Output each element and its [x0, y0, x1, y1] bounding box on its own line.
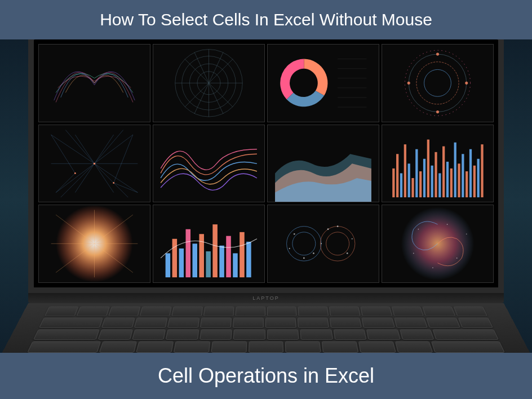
svg-rect-50 [481, 144, 483, 197]
svg-point-88 [456, 258, 458, 259]
svg-rect-36 [427, 139, 429, 197]
laptop-illustration: LAPTOP [28, 34, 504, 360]
svg-rect-35 [423, 158, 425, 197]
svg-rect-45 [462, 154, 464, 197]
svg-point-75 [320, 227, 355, 261]
svg-rect-46 [466, 171, 468, 197]
svg-rect-29 [400, 173, 402, 197]
svg-point-17 [416, 62, 459, 104]
laptop-screen [28, 34, 504, 293]
svg-rect-49 [477, 158, 480, 197]
svg-point-90 [413, 253, 414, 254]
subtitle-text: Cell Operations in Excel [158, 364, 374, 387]
svg-point-84 [352, 238, 353, 240]
panel-scatter-radial [267, 205, 379, 283]
svg-rect-62 [179, 249, 184, 277]
svg-rect-37 [431, 165, 433, 197]
laptop-hinge: LAPTOP [28, 293, 504, 303]
subtitle-banner: Cell Operations in Excel [0, 353, 532, 399]
svg-point-74 [292, 232, 316, 255]
svg-rect-72 [246, 242, 251, 277]
svg-rect-70 [233, 254, 238, 278]
svg-rect-60 [166, 254, 171, 278]
svg-point-20 [436, 53, 439, 56]
panel-bar-chart [153, 205, 265, 283]
svg-rect-33 [415, 149, 418, 197]
svg-point-16 [409, 54, 466, 112]
panel-donut-chart [267, 44, 379, 122]
svg-rect-27 [392, 169, 394, 197]
svg-point-79 [327, 229, 329, 230]
panel-starburst [38, 205, 150, 283]
svg-rect-38 [435, 152, 437, 197]
svg-rect-63 [185, 229, 190, 277]
svg-rect-69 [226, 236, 231, 277]
brand-label: LAPTOP [252, 295, 279, 301]
panel-network-mesh [38, 125, 150, 203]
svg-point-87 [418, 229, 419, 230]
svg-rect-34 [419, 171, 422, 197]
svg-point-80 [347, 252, 348, 254]
svg-point-22 [436, 110, 439, 113]
svg-rect-30 [404, 144, 406, 197]
svg-point-91 [466, 234, 467, 235]
svg-rect-71 [240, 232, 245, 277]
svg-rect-41 [446, 162, 449, 197]
panel-radial-web [153, 44, 265, 122]
title-banner: How To Select Cells In Excel Without Mou… [0, 0, 532, 39]
svg-point-21 [465, 82, 468, 85]
svg-point-19 [405, 50, 470, 116]
svg-point-78 [313, 252, 314, 254]
svg-point-85 [321, 243, 322, 245]
svg-point-82 [337, 226, 339, 228]
panel-volume-bars [382, 125, 494, 203]
svg-point-89 [447, 224, 448, 225]
svg-rect-61 [172, 239, 178, 277]
svg-rect-64 [192, 244, 197, 278]
panel-circular-gauge [382, 44, 494, 122]
svg-rect-67 [212, 224, 218, 277]
svg-point-18 [424, 69, 451, 96]
svg-point-26 [113, 182, 114, 184]
svg-point-81 [303, 258, 305, 259]
panel-wave-lines [153, 125, 265, 203]
title-text: How To Select Cells In Excel Without Mou… [100, 10, 432, 29]
svg-point-25 [74, 172, 76, 174]
svg-rect-28 [396, 154, 398, 197]
svg-rect-42 [450, 169, 453, 197]
svg-rect-68 [219, 246, 224, 277]
svg-rect-32 [411, 178, 414, 197]
svg-rect-47 [469, 149, 472, 197]
svg-rect-39 [438, 173, 441, 197]
panel-fractal-wings [38, 44, 150, 122]
svg-point-23 [407, 82, 410, 85]
svg-rect-66 [206, 251, 211, 277]
svg-rect-48 [473, 165, 476, 197]
svg-point-92 [432, 268, 433, 269]
svg-point-83 [289, 248, 290, 249]
panel-area-flow [267, 125, 379, 203]
panel-galaxy-spiral [382, 205, 494, 283]
svg-point-76 [326, 232, 349, 255]
svg-point-73 [287, 227, 322, 261]
svg-rect-31 [408, 163, 410, 197]
laptop-keyboard [0, 303, 532, 357]
svg-rect-40 [442, 146, 445, 197]
svg-point-77 [294, 233, 295, 235]
svg-rect-44 [458, 163, 460, 197]
svg-rect-65 [199, 234, 204, 278]
svg-point-24 [94, 162, 95, 164]
svg-rect-43 [454, 142, 456, 197]
